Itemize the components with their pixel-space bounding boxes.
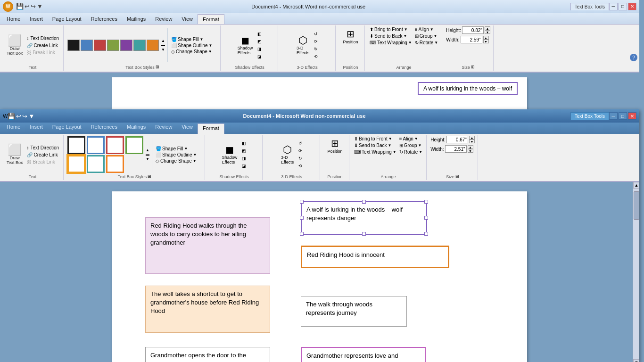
- minimize-btn1[interactable]: ─: [609, 3, 618, 10]
- size-expand1[interactable]: ⊞: [471, 65, 475, 69]
- draw-textbox-btn2[interactable]: ⬜ DrawText Box: [5, 143, 25, 166]
- text-direction-btn1[interactable]: ↕ Text Direction: [25, 35, 61, 41]
- align-btn2[interactable]: ≡ Align ▼: [398, 136, 423, 142]
- tab2-insert[interactable]: Insert: [25, 123, 48, 134]
- send-back-btn1[interactable]: ⬇ Send to Back ▼: [369, 33, 413, 39]
- create-link-btn2[interactable]: 🔗 Create Link: [25, 152, 61, 158]
- tab1-insert[interactable]: Insert: [25, 13, 48, 24]
- rotate-btn2[interactable]: ↻ Rotate ▼: [398, 149, 423, 155]
- save-icon1[interactable]: 💾: [16, 3, 24, 10]
- height-down2[interactable]: ▼: [469, 140, 475, 143]
- break-link-btn2[interactable]: ⛓ Break Link: [25, 159, 61, 165]
- height-input2[interactable]: [446, 136, 468, 143]
- shape-outline-btn1[interactable]: ⬜ Shape Outline ▼: [170, 42, 217, 49]
- textbox-grandma-opens[interactable]: Grandmother opens the door to the: [145, 347, 270, 362]
- shape-fill-btn2[interactable]: 🪣 Shape Fill ▼: [155, 146, 202, 152]
- shadow-btn2[interactable]: ◼ ShadowEffects: [220, 144, 239, 165]
- tab1-mailings[interactable]: Mailings: [122, 13, 150, 24]
- tbswatch-4[interactable]: [125, 136, 143, 154]
- qat-more-icon2[interactable]: ▼: [28, 113, 34, 120]
- position-btn2[interactable]: ⊞ Position: [325, 136, 346, 156]
- tbswatch-7[interactable]: [106, 155, 124, 173]
- sel-handle-tl[interactable]: [300, 200, 304, 204]
- size-expand2[interactable]: ⊞: [455, 174, 459, 179]
- send-back-btn2[interactable]: ⬇ Send to Back ▼: [353, 142, 397, 148]
- qat-more-icon1[interactable]: ▼: [37, 3, 43, 10]
- textboxtool-tab2[interactable]: Text Box Tools: [570, 112, 609, 120]
- swatch-blue1[interactable]: [81, 40, 93, 51]
- tbswatch-1[interactable]: [67, 136, 85, 154]
- tab1-review[interactable]: Review: [150, 13, 177, 24]
- shadow-sub4[interactable]: ◪: [256, 53, 264, 60]
- sel-handle-tc[interactable]: [362, 200, 366, 204]
- textbox-rrh-innocent[interactable]: Red Riding Hood is innocent: [301, 246, 449, 268]
- shadow-sub2[interactable]: ◩: [256, 38, 264, 45]
- group-btn2[interactable]: ⊞ Group ▼: [398, 142, 423, 148]
- shadow2-sub3[interactable]: ◨: [240, 155, 248, 162]
- scroll-up-btn2[interactable]: ▲: [633, 182, 639, 189]
- text-wrapping-btn2[interactable]: ⌨ Text Wrapping ▼: [353, 149, 397, 155]
- tab1-references[interactable]: References: [86, 13, 122, 24]
- bring-front-btn2[interactable]: ⬆ Bring to Front ▼: [353, 136, 397, 142]
- text-wrapping-btn1[interactable]: ⌨ Text Wrapping ▼: [369, 40, 413, 46]
- shadow-sub1[interactable]: ◧: [256, 31, 264, 37]
- tab1-view[interactable]: View: [177, 13, 198, 24]
- swatch-green1[interactable]: [107, 40, 119, 51]
- textbox-grandma-love[interactable]: Grandmother represents love and: [301, 347, 426, 362]
- position-btn1[interactable]: ⊞ Position: [340, 26, 361, 46]
- shape-fill-btn1[interactable]: 🪣 Shape Fill ▼: [170, 36, 217, 42]
- tbswatch-2[interactable]: [87, 136, 105, 154]
- tab2-home[interactable]: Home: [2, 123, 25, 134]
- close-btn1[interactable]: ✕: [628, 3, 636, 10]
- swatch-down1[interactable]: ▼: [161, 48, 165, 52]
- height-up2[interactable]: ▲: [469, 136, 475, 140]
- swatch-purple1[interactable]: [120, 40, 132, 51]
- swatch-teal1[interactable]: [133, 40, 146, 51]
- shadow2-sub2[interactable]: ◩: [240, 148, 248, 154]
- textbox-walk-journey[interactable]: The walk through woods represents journe…: [301, 296, 407, 327]
- rotate-btn1[interactable]: ↻ Rotate ▼: [414, 40, 439, 46]
- threed-sub4[interactable]: ⟲: [312, 53, 320, 60]
- tb-swatch-mid2[interactable]: ▬: [146, 152, 149, 157]
- office-button2[interactable]: W: [3, 113, 8, 119]
- sel-handle-bc[interactable]: [362, 232, 366, 236]
- threed2-sub4[interactable]: ⟲: [297, 163, 304, 169]
- shadow-sub3[interactable]: ◨: [256, 46, 264, 52]
- swatch-black1[interactable]: [67, 40, 80, 51]
- tab1-home[interactable]: Home: [2, 13, 25, 24]
- textbox-wolf-shortcut[interactable]: The wolf takes a shortcut to get to gran…: [145, 286, 270, 333]
- height-up1[interactable]: ▲: [485, 26, 490, 30]
- width-up1[interactable]: ▲: [483, 36, 489, 40]
- scroll-thumb2[interactable]: [634, 191, 639, 220]
- draw-textbox-btn1[interactable]: ⬜ DrawText Box: [5, 34, 25, 57]
- close-btn2[interactable]: ✕: [628, 112, 636, 120]
- tab2-view[interactable]: View: [177, 123, 198, 134]
- bring-front-btn1[interactable]: ⬆ Bring to Front ▼: [369, 26, 413, 33]
- minimize-btn2[interactable]: ─: [609, 112, 618, 120]
- height-down1[interactable]: ▼: [485, 30, 490, 34]
- threed-sub3[interactable]: ↻: [312, 46, 320, 52]
- threed-sub1[interactable]: ↺: [312, 31, 320, 37]
- tb-swatch-down2[interactable]: ▼: [146, 157, 149, 162]
- threed2-sub2[interactable]: ⟳: [297, 148, 304, 154]
- maximize-btn1[interactable]: □: [619, 3, 627, 10]
- sel-handle-bl[interactable]: [300, 232, 304, 236]
- swatch-red1[interactable]: [94, 40, 106, 51]
- tab2-references[interactable]: References: [86, 123, 122, 134]
- sel-handle-mr[interactable]: [424, 216, 428, 220]
- break-link-btn1[interactable]: ⛓ Break Link: [25, 49, 61, 56]
- tab2-pagelayout[interactable]: Page Layout: [48, 123, 86, 134]
- textbox-styles-expand1[interactable]: ⊞: [156, 65, 159, 69]
- tbswatch-5-selected[interactable]: [67, 155, 85, 173]
- tb-swatch-up2[interactable]: ▲: [146, 148, 149, 153]
- scrollbar-v2[interactable]: ▲ ▼: [633, 182, 639, 362]
- width-up2[interactable]: ▲: [468, 145, 473, 149]
- align-btn1[interactable]: ≡ Align ▼: [414, 26, 439, 33]
- textbox-wolf-lurking[interactable]: A wolf is lurking in the woods – wolf re…: [301, 201, 427, 235]
- tab2-review[interactable]: Review: [150, 123, 177, 134]
- change-shape-btn1[interactable]: ◇ Change Shape ▼: [170, 49, 217, 55]
- threed-sub2[interactable]: ⟳: [312, 38, 320, 45]
- shape-outline-btn2[interactable]: ⬜ Shape Outline ▼: [155, 152, 202, 158]
- sel-handle-ml[interactable]: [300, 216, 304, 220]
- group-btn1[interactable]: ⊞ Group ▼: [414, 33, 439, 39]
